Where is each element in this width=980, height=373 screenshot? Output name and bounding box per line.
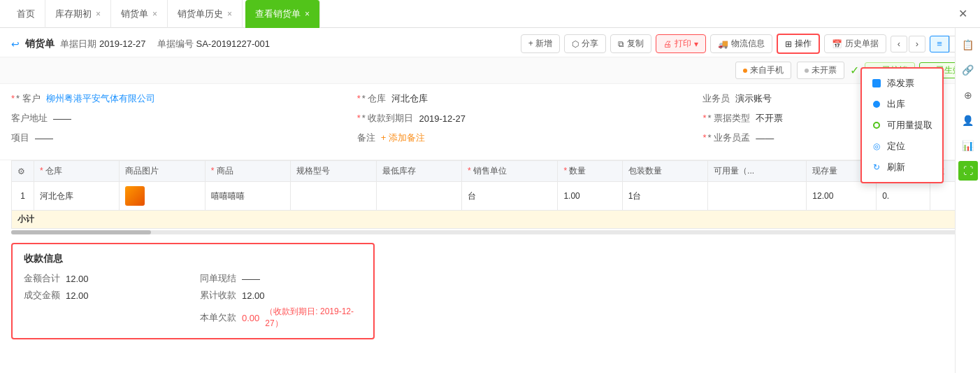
cumulative-label: 累计收款: [200, 289, 236, 302]
dropdown-outbound[interactable]: 出库: [862, 94, 942, 115]
doc-type-icon: ↩: [11, 38, 20, 50]
total-amount-row: 金额合计 12.00: [24, 272, 186, 285]
due-row: 本单欠款 0.00 （收款到期日: 2019-12-27）: [200, 306, 362, 330]
tab-view-sales[interactable]: 查看销货单 ×: [245, 0, 320, 28]
tab-inventory-init-close[interactable]: ×: [96, 9, 101, 19]
tab-sales-history-close[interactable]: ×: [227, 9, 232, 19]
tab-sales-history[interactable]: 销货单历史 ×: [168, 0, 243, 28]
from-mobile-button[interactable]: 来自手机: [735, 62, 791, 79]
not-open-dot-icon: [805, 69, 809, 73]
print-button-label: 打印: [675, 38, 691, 50]
history-button[interactable]: 📅 历史单据: [824, 34, 886, 53]
logistics-button-label: 物流信息: [731, 38, 765, 50]
new-button-label: + 新增: [528, 38, 552, 50]
cell-pack-qty: 1台: [622, 182, 707, 211]
th-settings[interactable]: ⚙: [12, 161, 34, 182]
dropdown-refresh[interactable]: ↻ 刷新: [862, 157, 942, 178]
tab-sales-history-label: 销货单历史: [178, 8, 223, 20]
settings-gear-icon[interactable]: ⚙: [17, 167, 25, 176]
address-label: 客户地址: [11, 112, 48, 125]
view-list-button[interactable]: ≡: [930, 36, 949, 52]
window-close-button[interactable]: ✕: [953, 4, 973, 23]
ops-button[interactable]: ⊞ 操作: [777, 34, 820, 54]
tab-view-sales-close[interactable]: ×: [305, 9, 310, 19]
sidebar-user-icon[interactable]: 👤: [958, 111, 978, 130]
outbound-icon: [872, 99, 881, 109]
customer-field: * 客户 柳州粤港平安气体有限公司: [11, 92, 278, 105]
customer-value[interactable]: 柳州粤港平安气体有限公司: [46, 92, 155, 105]
cell-quantity: 1.00: [558, 182, 622, 211]
warehouse-field: * 仓库 河北仓库: [357, 92, 624, 105]
th-spec: 规格型号: [291, 161, 376, 182]
cell-min-stock: [376, 182, 461, 211]
due-value: 0.00: [242, 313, 259, 323]
same-order-value: ——: [242, 274, 260, 284]
data-table: ⚙ * 仓库 商品图片 * 商品 规格型号 最低库存 * 销售单位 * 数量 包…: [11, 160, 969, 229]
th-quantity: * 数量: [558, 161, 622, 182]
logistics-button[interactable]: 🚚 物流信息: [710, 34, 772, 53]
form-row-2: 客户地址 —— * 收款到期日 2019-12-27 * 票据类型 不开票: [11, 112, 969, 125]
dropdown-locate[interactable]: ◎ 定位: [862, 136, 942, 157]
new-button[interactable]: + 新增: [521, 34, 560, 53]
customer-label: * 客户: [11, 92, 41, 105]
tab-sales-order-label: 销货单: [121, 8, 148, 20]
from-mobile-label: 来自手机: [750, 64, 784, 76]
due-date-label: * 收款到期日: [357, 112, 414, 125]
nav-next-button[interactable]: ›: [909, 36, 925, 52]
second-toolbar: 来自手机 未开票 ✓ ✓ 已核销 ✓ 已生效: [0, 57, 980, 84]
main-content: ↩ 销货单 单据日期 2019-12-27 单据编号 SA-20191227-0…: [0, 28, 980, 373]
dropdown-add-invoice[interactable]: 添发票: [862, 73, 942, 94]
note-add-button[interactable]: + 添加备注: [381, 132, 425, 144]
share-button[interactable]: ⬡ 分享: [564, 34, 606, 53]
transaction-row: 成交金额 12.00: [24, 289, 186, 302]
payment-title: 收款信息: [24, 253, 362, 265]
doc-number-value: SA-20191227-001: [196, 38, 271, 49]
ops-icon: ⊞: [785, 39, 792, 49]
cell-available: [708, 182, 807, 211]
sidebar-doc-icon[interactable]: 📋: [958, 35, 978, 55]
nav-arrows: ‹ ›: [891, 36, 925, 52]
table-header-row: ⚙ * 仓库 商品图片 * 商品 规格型号 最低库存 * 销售单位 * 数量 包…: [12, 161, 969, 182]
payment-section: 收款信息 金额合计 12.00 同单现结 —— 成交金额 12.00 累计收款 …: [11, 243, 375, 339]
due-date-field: * 收款到期日 2019-12-27: [357, 112, 624, 125]
tab-inventory-init[interactable]: 库存期初 ×: [45, 0, 111, 28]
warehouse-value: 河北仓库: [391, 92, 428, 105]
not-open-label: 未开票: [812, 64, 837, 76]
payment-grid: 金额合计 12.00 同单现结 —— 成交金额 12.00 累计收款 12.00…: [24, 272, 362, 330]
logistics-icon: 🚚: [718, 39, 728, 49]
cell-product: 嘻嘻嘻嘻: [205, 182, 290, 211]
due-date-value: 2019-12-27: [419, 113, 466, 124]
sidebar-expand-icon[interactable]: ⛶: [958, 161, 978, 181]
dropdown-available-fetch[interactable]: 可用量提取: [862, 115, 942, 136]
sidebar-link-icon[interactable]: 🔗: [958, 60, 978, 80]
form-row-1: * 客户 柳州粤港平安气体有限公司 * 仓库 河北仓库 业务员 演示账号: [11, 92, 969, 105]
print-dropdown-icon: ▾: [694, 39, 698, 49]
print-button[interactable]: 🖨 打印 ▾: [656, 34, 706, 53]
confirm-check-icon: ✓: [850, 64, 859, 77]
copy-button[interactable]: ⧉ 复制: [610, 34, 651, 53]
toolbar: + 新增 ⬡ 分享 ⧉ 复制 🖨 打印 ▾ 🚚 物流信息 ⊞ 操作: [521, 34, 969, 54]
doc-header: ↩ 销货单 单据日期 2019-12-27 单据编号 SA-20191227-0…: [0, 28, 980, 57]
tab-sales-order[interactable]: 销货单 ×: [111, 0, 168, 28]
circle-outline-icon: [873, 122, 880, 129]
doc-meta: 单据日期 2019-12-27 单据编号 SA-20191227-001: [60, 38, 270, 50]
refresh-label: 刷新: [887, 161, 905, 174]
share-icon: ⬡: [572, 39, 579, 49]
history-icon: 📅: [832, 39, 842, 49]
nav-prev-button[interactable]: ‹: [891, 36, 907, 52]
sidebar-chart-icon[interactable]: 📊: [958, 136, 978, 155]
locate-icon: ◎: [872, 141, 881, 151]
not-open-button[interactable]: 未开票: [797, 62, 844, 79]
available-fetch-icon: [872, 120, 881, 130]
sidebar-add-icon[interactable]: ⊕: [958, 85, 978, 105]
available-fetch-label: 可用量提取: [887, 119, 932, 132]
add-invoice-icon: [872, 78, 881, 88]
form-section: * 客户 柳州粤港平安气体有限公司 * 仓库 河北仓库 业务员 演示账号 客户地…: [0, 84, 980, 160]
doc-date-field: 单据日期 2019-12-27: [60, 38, 146, 50]
cumulative-row: 累计收款 12.00: [200, 289, 362, 302]
circle-blue-icon: [873, 101, 880, 108]
tab-home[interactable]: 首页: [7, 0, 45, 28]
total-amount-value: 12.00: [66, 274, 89, 284]
tab-sales-order-close[interactable]: ×: [152, 9, 157, 19]
note-label: 备注: [357, 132, 375, 144]
